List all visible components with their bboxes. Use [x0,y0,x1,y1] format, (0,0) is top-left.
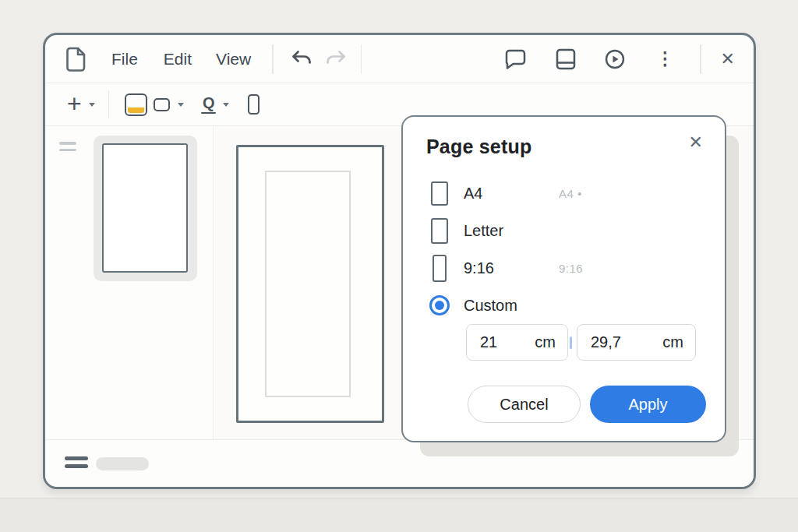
menu-divider-2 [361,44,362,74]
menu-divider-3 [700,44,701,74]
letter-page-icon [431,218,448,244]
shape-caret-icon[interactable] [178,103,184,107]
present-icon[interactable] [604,48,626,70]
height-field[interactable]: cm [577,324,696,361]
status-placeholder [96,457,149,470]
option-a4[interactable]: A4 A4 • [403,174,725,212]
width-input[interactable] [467,333,535,351]
shape-icon[interactable] [154,98,170,111]
more-options-icon[interactable]: ⋮ [656,50,674,68]
height-unit: cm [662,333,695,351]
zoom-tool-icon[interactable]: Q [201,95,216,115]
cancel-button[interactable]: Cancel [468,386,581,423]
dialog-close-icon[interactable]: ✕ [689,134,703,151]
device-orientation-icon[interactable] [248,94,260,115]
comment-icon[interactable] [503,48,528,70]
height-input[interactable] [577,333,662,351]
page-margin-guide [265,171,351,397]
menu-bar: File Edit View [45,35,754,83]
document-icon[interactable] [64,46,88,72]
background-floor [0,498,798,532]
field-separator [570,336,572,349]
option-label: A4 [464,185,482,203]
option-custom[interactable]: Custom [403,287,725,324]
option-label: 9:16 [464,259,494,277]
layout-icon[interactable] [555,48,577,71]
option-label: Letter [464,222,503,240]
slides-sidebar [45,126,214,440]
theme-fill-icon[interactable] [125,93,147,116]
option-hint: A4 • [559,187,582,200]
custom-size-inputs: cm cm [403,324,725,361]
a4-page-icon [431,181,448,206]
width-unit: cm [535,333,567,351]
menu-view[interactable]: View [216,50,251,69]
width-field[interactable]: cm [466,324,568,361]
slide-number-lines-icon [59,142,76,155]
slide-thumbnail-page [102,143,188,273]
option-letter[interactable]: Letter [403,212,725,249]
status-menu-icon[interactable] [65,456,88,472]
status-bar [45,439,754,487]
page-setup-dialog: Page setup ✕ A4 A4 • Letter 9:16 9:16 Cu… [401,115,726,442]
apply-button[interactable]: Apply [590,386,706,423]
option-hint: 9:16 [559,262,583,275]
toolbar-divider [108,90,110,118]
page-size-options: A4 A4 • Letter 9:16 9:16 Custom [403,174,725,324]
document-page[interactable] [236,145,384,423]
9-16-page-icon [433,255,447,282]
menu-divider [272,44,274,74]
undo-icon[interactable] [290,50,313,69]
redo-icon[interactable] [324,50,348,69]
menu-file[interactable]: File [111,50,138,69]
dialog-actions: Cancel Apply [403,386,725,423]
add-slide-caret-icon[interactable] [89,103,95,107]
add-slide-icon[interactable]: + [67,91,82,116]
option-9-16[interactable]: 9:16 9:16 [403,249,725,287]
menu-edit[interactable]: Edit [164,50,192,69]
custom-radio-selected[interactable] [429,295,450,315]
slide-thumbnail[interactable] [94,136,197,281]
zoom-tool-caret-icon[interactable] [223,103,229,107]
dialog-title: Page setup [426,136,531,158]
screen: File Edit View [0,0,798,532]
window-close-icon[interactable]: ✕ [721,51,735,68]
option-label: Custom [464,297,517,315]
